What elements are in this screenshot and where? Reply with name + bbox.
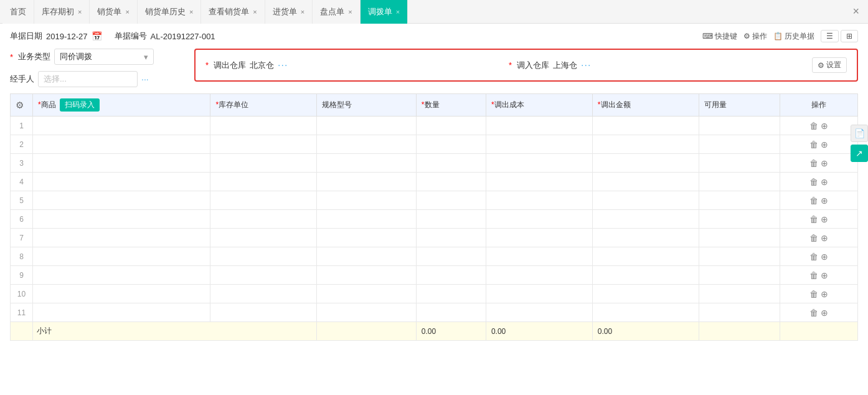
cell-qty[interactable] bbox=[416, 229, 486, 247]
copy-icon[interactable]: ⊕ bbox=[821, 289, 828, 299]
cell-spec[interactable] bbox=[317, 154, 416, 173]
cell-spec[interactable] bbox=[317, 303, 416, 322]
cell-product[interactable] bbox=[33, 266, 210, 285]
list-view-btn[interactable]: ☰ bbox=[821, 30, 839, 42]
cell-qty[interactable] bbox=[416, 154, 486, 173]
cell-product[interactable] bbox=[33, 303, 210, 322]
tab-purchase[interactable]: 进货单 × bbox=[265, 0, 313, 24]
cell-amount[interactable] bbox=[592, 303, 699, 322]
tab-inventory-check[interactable]: 盘点单 × bbox=[313, 0, 360, 24]
cell-available[interactable] bbox=[699, 117, 780, 135]
copy-icon[interactable]: ⊕ bbox=[821, 158, 828, 168]
cell-qty[interactable] bbox=[416, 266, 486, 285]
delete-icon[interactable]: 🗑 bbox=[809, 233, 818, 243]
copy-icon[interactable]: ⊕ bbox=[821, 233, 828, 243]
delete-icon[interactable]: 🗑 bbox=[809, 177, 818, 187]
cell-spec[interactable] bbox=[317, 247, 416, 266]
cell-cost[interactable] bbox=[486, 154, 592, 173]
cell-available[interactable] bbox=[699, 229, 780, 247]
copy-icon[interactable]: ⊕ bbox=[821, 252, 828, 262]
cell-cost[interactable] bbox=[486, 266, 592, 285]
cell-product[interactable] bbox=[33, 154, 210, 173]
business-type-select[interactable]: 同价调拨 ▾ bbox=[54, 49, 154, 65]
cell-available[interactable] bbox=[699, 303, 780, 322]
copy-icon[interactable]: ⊕ bbox=[821, 177, 828, 187]
cell-product[interactable] bbox=[33, 117, 210, 135]
cell-unit[interactable] bbox=[210, 154, 317, 173]
setting-box-btn[interactable]: ⚙ 设置 bbox=[812, 57, 847, 73]
cell-spec[interactable] bbox=[317, 266, 416, 285]
tab-view-sales[interactable]: 查看销货单 × bbox=[201, 0, 265, 24]
delete-icon[interactable]: 🗑 bbox=[809, 289, 818, 299]
cell-amount[interactable] bbox=[592, 229, 699, 247]
out-warehouse-value[interactable]: 北京仓 bbox=[250, 60, 274, 71]
scan-entry-btn[interactable]: 扫码录入 bbox=[60, 98, 100, 112]
cell-product[interactable] bbox=[33, 210, 210, 229]
cell-unit[interactable] bbox=[210, 191, 317, 210]
cell-spec[interactable] bbox=[317, 173, 416, 191]
shortcut-btn[interactable]: ⌨ 快捷键 bbox=[702, 31, 737, 42]
tab-sales-order[interactable]: 销货单 × bbox=[90, 0, 137, 24]
cell-qty[interactable] bbox=[416, 135, 486, 154]
side-note-btn[interactable]: 📄 bbox=[851, 125, 868, 142]
cell-product[interactable] bbox=[33, 285, 210, 303]
history-btn[interactable]: 📋 历史单据 bbox=[773, 31, 814, 42]
cell-spec[interactable] bbox=[317, 229, 416, 247]
cell-cost[interactable] bbox=[486, 135, 592, 154]
cell-available[interactable] bbox=[699, 210, 780, 229]
tab-home[interactable]: 首页 bbox=[2, 0, 34, 24]
cell-available[interactable] bbox=[699, 135, 780, 154]
cell-spec[interactable] bbox=[317, 117, 416, 135]
cell-amount[interactable] bbox=[592, 285, 699, 303]
cell-available[interactable] bbox=[699, 173, 780, 191]
in-warehouse-more-icon[interactable]: ··· bbox=[581, 60, 591, 71]
cell-available[interactable] bbox=[699, 247, 780, 266]
delete-icon[interactable]: 🗑 bbox=[809, 308, 818, 318]
copy-icon[interactable]: ⊕ bbox=[821, 270, 828, 280]
copy-icon[interactable]: ⊕ bbox=[821, 140, 828, 150]
cell-amount[interactable] bbox=[592, 247, 699, 266]
cell-spec[interactable] bbox=[317, 285, 416, 303]
tab-bar-close-btn[interactable]: × bbox=[846, 5, 866, 18]
delete-icon[interactable]: 🗑 bbox=[809, 158, 818, 168]
cell-amount[interactable] bbox=[592, 191, 699, 210]
cell-qty[interactable] bbox=[416, 285, 486, 303]
delete-icon[interactable]: 🗑 bbox=[809, 121, 818, 131]
close-tab-inventory-check[interactable]: × bbox=[348, 8, 352, 16]
cell-product[interactable] bbox=[33, 173, 210, 191]
close-tab-sales-order[interactable]: × bbox=[125, 8, 129, 16]
tab-inventory-init[interactable]: 库存期初 × bbox=[34, 0, 90, 24]
grid-view-btn[interactable]: ⊞ bbox=[841, 30, 858, 42]
close-tab-sales-history[interactable]: × bbox=[189, 8, 193, 16]
cell-amount[interactable] bbox=[592, 154, 699, 173]
cell-unit[interactable] bbox=[210, 117, 317, 135]
doc-no-value[interactable]: AL-20191227-001 bbox=[151, 32, 215, 41]
cell-unit[interactable] bbox=[210, 303, 317, 322]
calendar-icon[interactable]: 📅 bbox=[92, 31, 102, 41]
cell-amount[interactable] bbox=[592, 135, 699, 154]
cell-available[interactable] bbox=[699, 191, 780, 210]
cell-product[interactable] bbox=[33, 229, 210, 247]
close-tab-transfer[interactable]: × bbox=[396, 8, 400, 16]
cell-unit[interactable] bbox=[210, 229, 317, 247]
handler-select[interactable]: 选择... bbox=[38, 71, 138, 87]
handler-more-icon[interactable]: ··· bbox=[141, 74, 149, 84]
cell-unit[interactable] bbox=[210, 173, 317, 191]
cell-available[interactable] bbox=[699, 154, 780, 173]
cell-spec[interactable] bbox=[317, 191, 416, 210]
cell-cost[interactable] bbox=[486, 191, 592, 210]
close-tab-view-sales[interactable]: × bbox=[253, 8, 257, 16]
close-tab-purchase[interactable]: × bbox=[301, 8, 304, 16]
cell-qty[interactable] bbox=[416, 173, 486, 191]
cell-amount[interactable] bbox=[592, 173, 699, 191]
cell-product[interactable] bbox=[33, 191, 210, 210]
date-value[interactable]: 2019-12-27 bbox=[46, 32, 88, 41]
cell-available[interactable] bbox=[699, 266, 780, 285]
delete-icon[interactable]: 🗑 bbox=[809, 140, 818, 150]
cell-spec[interactable] bbox=[317, 210, 416, 229]
copy-icon[interactable]: ⊕ bbox=[821, 214, 828, 224]
copy-icon[interactable]: ⊕ bbox=[821, 196, 828, 206]
cell-product[interactable] bbox=[33, 135, 210, 154]
cell-unit[interactable] bbox=[210, 247, 317, 266]
gear-icon[interactable]: ⚙ bbox=[16, 100, 24, 110]
